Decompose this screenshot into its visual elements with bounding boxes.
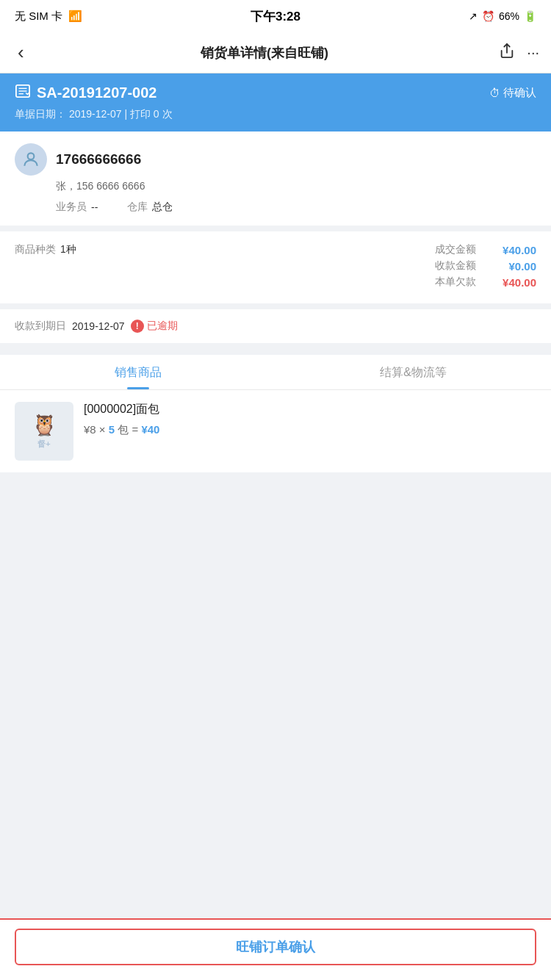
order-date: 单据日期： 2019-12-07 | 打印 0 次 <box>15 108 536 121</box>
customer-section: 17666666666 张，156 6666 6666 业务员 -- 仓库 总仓 <box>0 131 551 226</box>
customer-phone: 17666666666 <box>56 151 141 167</box>
tab-settlement[interactable]: 结算&物流等 <box>276 355 551 389</box>
page-title: 销货单详情(来自旺铺) <box>30 44 500 62</box>
order-header: SA-20191207-002 ⏱ 待确认 单据日期： 2019-12-07 |… <box>0 73 551 131</box>
status-bar: 无 SIM 卡 📶 下午3:28 ↗ ⏰ 66% 🔋 <box>0 0 551 32</box>
product-info: [0000002]面包 ¥8 × 5 包 = ¥40 <box>84 402 536 437</box>
tabs-section: 销售商品 结算&物流等 🦉 督+ [0000002]面包 ¥8 × 5 包 <box>0 355 551 472</box>
divider-2 <box>0 303 551 309</box>
overdue-badge: ! 已逾期 <box>131 320 178 333</box>
share-button[interactable] <box>499 43 515 62</box>
due-section: 收款到期日 2019-12-07 ! 已逾期 <box>0 309 551 343</box>
product-list: 🦉 督+ [0000002]面包 ¥8 × 5 包 = ¥40 <box>0 390 551 472</box>
nav-bar: ‹ 销货单详情(来自旺铺) ··· <box>0 32 551 73</box>
product-type-value: 1种 <box>60 243 76 256</box>
wifi-icon: 📶 <box>68 10 82 23</box>
product-name: [0000002]面包 <box>84 402 536 417</box>
warehouse-value: 总仓 <box>152 201 173 214</box>
customer-name: 张，156 6666 6666 <box>56 180 536 193</box>
amount-summary: 成交金额 ¥40.00 收款金额 ¥0.00 本单欠款 ¥40.00 <box>435 243 536 292</box>
due-label: 收款到期日 <box>15 320 66 333</box>
confirm-btn-wrapper: 旺铺订单确认 <box>0 918 551 980</box>
amount-label-2: 本单欠款 <box>435 275 476 289</box>
order-doc-icon <box>15 84 31 102</box>
amount-label-0: 成交金额 <box>435 243 476 256</box>
confirm-button[interactable]: 旺铺订单确认 <box>15 929 536 965</box>
alarm-icon: ⏰ <box>482 10 494 22</box>
carrier-text: 无 SIM 卡 <box>15 10 62 24</box>
overdue-text: 已逾期 <box>147 320 178 333</box>
order-status: ⏱ 待确认 <box>489 86 536 100</box>
staff-item: 业务员 -- <box>56 201 98 214</box>
divider-1 <box>0 226 551 231</box>
warehouse-item: 仓库 总仓 <box>127 201 173 214</box>
status-time: 下午3:28 <box>251 8 300 25</box>
product-type-label: 商品种类 <box>15 243 56 256</box>
tabs-bar: 销售商品 结算&物流等 <box>0 355 551 390</box>
location-icon: ↗ <box>469 10 478 22</box>
order-id: SA-20191207-002 <box>15 84 156 102</box>
product-item: 🦉 督+ [0000002]面包 ¥8 × 5 包 = ¥40 <box>0 390 551 472</box>
product-total: ¥40 <box>141 423 159 436</box>
customer-meta: 业务员 -- 仓库 总仓 <box>56 201 536 214</box>
bottom-area <box>0 472 551 678</box>
product-type: 商品种类 1种 <box>15 243 76 256</box>
due-date: 2019-12-07 <box>72 320 125 332</box>
product-thumbnail: 🦉 督+ <box>15 402 73 461</box>
amount-value-2: ¥40.00 <box>485 276 536 289</box>
overdue-icon: ! <box>131 320 144 333</box>
staff-label: 业务员 <box>56 201 87 214</box>
tab-products[interactable]: 销售商品 <box>0 355 276 389</box>
nav-actions: ··· <box>499 43 539 62</box>
amount-row-1: 收款金额 ¥0.00 <box>435 259 536 273</box>
svg-point-5 <box>28 153 35 159</box>
amount-value-0: ¥40.00 <box>485 244 536 256</box>
amount-row-2: 本单欠款 ¥40.00 <box>435 275 536 289</box>
battery-text: 66% <box>499 10 519 22</box>
status-carrier: 无 SIM 卡 📶 <box>15 10 82 24</box>
more-button[interactable]: ··· <box>527 44 539 61</box>
customer-avatar <box>15 143 47 176</box>
summary-section: 商品种类 1种 成交金额 ¥40.00 收款金额 ¥0.00 本单欠款 ¥40.… <box>0 231 551 303</box>
amount-value-1: ¥0.00 <box>485 260 536 273</box>
amount-row-0: 成交金额 ¥40.00 <box>435 243 536 256</box>
staff-value: -- <box>91 201 98 213</box>
divider-3 <box>0 343 551 349</box>
amount-label-1: 收款金额 <box>435 259 476 273</box>
product-price: ¥8 × 5 包 = ¥40 <box>84 423 536 437</box>
back-button[interactable]: ‹ <box>12 38 30 67</box>
battery-icon: 🔋 <box>524 10 536 22</box>
product-brand-icon: 🦉 <box>32 413 57 437</box>
brand-plus-text: 督+ <box>37 439 50 450</box>
status-right: ↗ ⏰ 66% 🔋 <box>469 10 536 22</box>
warehouse-label: 仓库 <box>127 201 148 214</box>
product-qty: 5 <box>109 423 115 436</box>
clock-icon: ⏱ <box>489 87 500 99</box>
